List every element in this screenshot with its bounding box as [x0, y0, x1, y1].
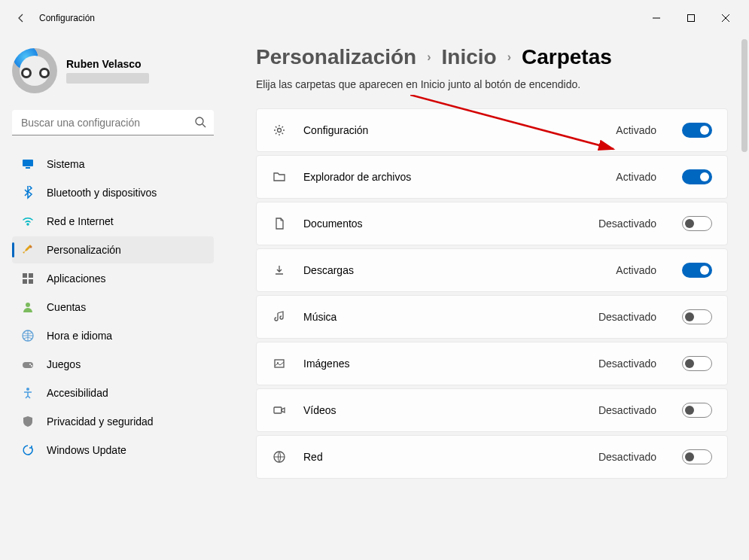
folder-card-videos: VídeosDesactivado — [256, 388, 728, 432]
image-icon — [272, 356, 287, 371]
breadcrumb-current: Carpetas — [522, 45, 612, 69]
sidebar-item-bluetooth[interactable]: Bluetooth y dispositivos — [12, 179, 214, 206]
folder-label: Documentos — [303, 218, 582, 230]
video-icon — [272, 403, 287, 418]
shield-icon — [21, 415, 35, 428]
svg-rect-10 — [29, 279, 33, 284]
back-button[interactable] — [6, 3, 36, 33]
folder-status: Activado — [616, 171, 656, 183]
display-icon — [21, 157, 35, 171]
svg-rect-4 — [23, 160, 33, 166]
music-icon — [272, 309, 287, 324]
folder-status: Desactivado — [598, 358, 656, 370]
folder-toggle-configuracion[interactable] — [682, 123, 712, 138]
folder-card-configuracion: ConfiguraciónActivado — [256, 108, 728, 152]
svg-point-15 — [31, 365, 32, 367]
svg-point-14 — [29, 364, 31, 365]
maximize-button[interactable] — [674, 6, 708, 30]
svg-point-2 — [196, 117, 203, 125]
accessibility-icon — [21, 386, 35, 400]
folder-label: Vídeos — [303, 404, 582, 416]
search-field[interactable] — [12, 110, 214, 135]
search-icon — [194, 116, 206, 131]
folder-status: Activado — [616, 124, 656, 136]
sidebar-item-hora[interactable]: Hora e idioma — [12, 322, 214, 349]
sidebar-item-label: Sistema — [47, 158, 85, 170]
folder-card-red: RedDesactivado — [256, 435, 728, 479]
folder-status: Desactivado — [598, 404, 656, 416]
folder-status: Desactivado — [598, 311, 656, 323]
svg-point-17 — [278, 129, 282, 132]
sidebar-item-label: Windows Update — [47, 444, 126, 456]
folder-toggle-red[interactable] — [682, 449, 712, 464]
gamepad-icon — [21, 358, 35, 371]
folder-card-descargas: DescargasActivado — [256, 248, 728, 292]
document-icon — [272, 216, 287, 231]
bluetooth-icon — [21, 186, 35, 199]
svg-rect-5 — [26, 167, 30, 169]
page-description: Elija las carpetas que aparecen en Inici… — [256, 78, 728, 90]
sidebar-item-update[interactable]: Windows Update — [12, 437, 214, 464]
folder-label: Configuración — [303, 124, 599, 136]
svg-point-11 — [26, 303, 30, 307]
sidebar-item-label: Hora e idioma — [47, 330, 112, 342]
folder-card-imagenes: ImágenesDesactivado — [256, 342, 728, 385]
chevron-right-icon: › — [427, 50, 431, 64]
download-icon — [272, 263, 287, 278]
breadcrumb-personalizacion[interactable]: Personalización — [256, 45, 416, 69]
search-input[interactable] — [12, 110, 214, 135]
folder-toggle-documentos[interactable] — [682, 216, 712, 231]
sidebar-item-label: Bluetooth y dispositivos — [47, 187, 157, 199]
sidebar-item-label: Red e Internet — [47, 215, 114, 227]
close-button[interactable] — [708, 6, 743, 30]
brush-icon — [21, 243, 35, 257]
chevron-right-icon: › — [507, 50, 511, 64]
svg-rect-8 — [29, 273, 33, 278]
close-icon — [722, 14, 729, 22]
sidebar-item-label: Privacidad y seguridad — [47, 415, 154, 428]
sidebar-item-sistema[interactable]: Sistema — [12, 151, 214, 178]
folder-toggle-musica[interactable] — [682, 309, 712, 324]
globe-clock-icon — [21, 329, 35, 342]
settings-icon — [272, 123, 287, 138]
svg-point-6 — [30, 246, 32, 248]
folder-label: Imágenes — [303, 358, 582, 370]
user-profile[interactable]: Ruben Velasco — [12, 42, 214, 105]
svg-point-16 — [26, 388, 29, 391]
sidebar-item-personalizacion[interactable]: Personalización — [12, 236, 214, 263]
sidebar-item-aplicaciones[interactable]: Aplicaciones — [12, 265, 214, 292]
folder-toggle-imagenes[interactable] — [682, 356, 712, 371]
sidebar-item-red[interactable]: Red e Internet — [12, 208, 214, 235]
folder-status: Activado — [616, 264, 656, 276]
sidebar-item-label: Cuentas — [47, 301, 86, 313]
person-icon — [21, 300, 35, 314]
update-icon — [21, 443, 35, 457]
apps-icon — [21, 272, 35, 285]
folder-toggle-explorador[interactable] — [682, 169, 712, 184]
folder-label: Descargas — [303, 264, 599, 276]
sidebar-item-privacidad[interactable]: Privacidad y seguridad — [12, 408, 214, 435]
folder-status: Desactivado — [598, 218, 656, 230]
wifi-icon — [21, 215, 35, 228]
sidebar-item-accesibilidad[interactable]: Accesibilidad — [12, 379, 214, 406]
sidebar-item-juegos[interactable]: Juegos — [12, 351, 214, 378]
folder-label: Música — [303, 311, 582, 323]
scrollbar-thumb[interactable] — [741, 39, 747, 152]
folder-toggle-descargas[interactable] — [682, 263, 712, 278]
minimize-icon — [653, 14, 660, 22]
minimize-button[interactable] — [639, 6, 674, 30]
svg-rect-13 — [23, 362, 33, 368]
breadcrumb-inicio[interactable]: Inicio — [442, 45, 497, 69]
folder-toggle-videos[interactable] — [682, 403, 712, 418]
user-email-redacted — [66, 73, 149, 84]
maximize-icon — [687, 14, 695, 22]
folder-label: Explorador de archivos — [303, 171, 599, 183]
folder-card-explorador: Explorador de archivosActivado — [256, 155, 728, 199]
sidebar-item-cuentas[interactable]: Cuentas — [12, 294, 214, 321]
svg-line-3 — [202, 124, 206, 127]
avatar — [12, 48, 57, 93]
folder-card-musica: MúsicaDesactivado — [256, 295, 728, 339]
sidebar-item-label: Accesibilidad — [47, 387, 108, 399]
window-title: Configuración — [39, 13, 95, 23]
breadcrumb: Personalización › Inicio › Carpetas — [256, 45, 728, 69]
